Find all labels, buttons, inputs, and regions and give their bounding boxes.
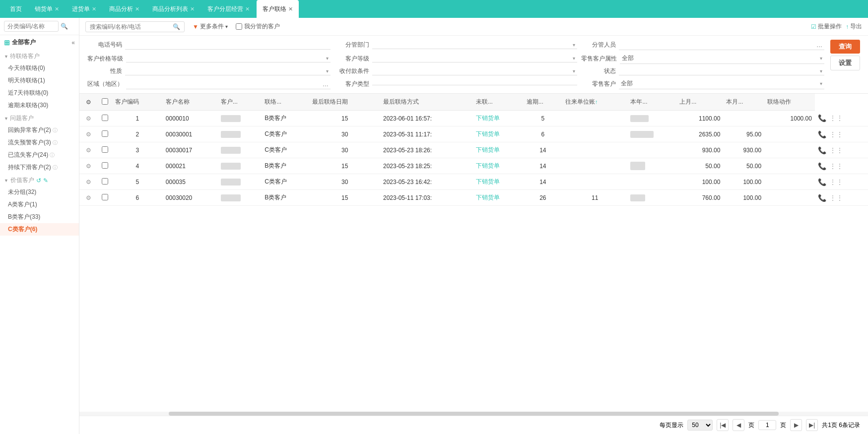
export-button[interactable]: ↑ 导出: [846, 22, 862, 31]
sidebar-item-today-contact[interactable]: 今天待联络(0): [0, 62, 79, 74]
more-actions-icon[interactable]: ⋮⋮: [829, 146, 843, 154]
close-icon[interactable]: ✕: [190, 6, 195, 12]
more-icon[interactable]: ...: [816, 41, 822, 49]
batch-operations-button[interactable]: ☑ 批量操作: [811, 22, 842, 31]
row-last-contact-method[interactable]: 下销货单: [473, 190, 524, 206]
customer-type-select[interactable]: [372, 83, 578, 85]
sidebar-item-b-class[interactable]: B类客户(33): [0, 211, 79, 223]
select-all-checkbox[interactable]: [102, 98, 108, 105]
row-check[interactable]: [97, 174, 112, 190]
payment-select[interactable]: ▾: [372, 67, 578, 75]
region-select[interactable]: ...: [126, 79, 331, 89]
filter-more-button[interactable]: ▼ 更多条件 ▾: [189, 21, 232, 32]
row-check[interactable]: [97, 158, 112, 174]
sidebar-item-7days-contact[interactable]: 近7天待联络(0): [0, 87, 79, 99]
my-customers-checkbox[interactable]: 我分管的客户: [236, 22, 280, 31]
row-last-contact-method[interactable]: 下销货单: [473, 158, 524, 174]
refresh-icon[interactable]: ↺: [36, 177, 41, 184]
retail-customer-select[interactable]: 全部 ▾: [619, 78, 824, 89]
row-check[interactable]: [97, 111, 112, 126]
search-icon[interactable]: 🔍: [61, 23, 68, 30]
per-page-select[interactable]: 50 100: [687, 420, 713, 431]
row-checkbox[interactable]: [102, 194, 108, 200]
row-checkbox[interactable]: [102, 146, 108, 153]
sidebar-item-unclassified[interactable]: 未分组(32): [0, 186, 79, 198]
col-header-gear[interactable]: ⚙: [79, 94, 97, 111]
col-header-check[interactable]: [97, 94, 112, 111]
nav-home[interactable]: 首页: [4, 0, 28, 18]
call-icon[interactable]: 📞: [818, 162, 826, 170]
row-gear[interactable]: ⚙: [79, 158, 97, 174]
sidebar-item-churned[interactable]: 已流失客户(24) ⓘ: [0, 149, 79, 161]
row-gear[interactable]: ⚙: [79, 174, 97, 190]
horizontal-scrollbar[interactable]: [79, 412, 868, 416]
phone-input[interactable]: [125, 40, 331, 50]
more-icon[interactable]: ...: [323, 80, 329, 88]
close-icon[interactable]: ✕: [135, 6, 139, 12]
row-checkbox[interactable]: [102, 162, 108, 169]
my-customers-check-input[interactable]: [236, 23, 242, 30]
sidebar-section-pending[interactable]: 待联络客户: [0, 50, 79, 62]
sidebar-item-repurchase-abnormal[interactable]: 回购异常客户(2) ⓘ: [0, 124, 79, 136]
row-checkbox[interactable]: [102, 130, 108, 137]
row-gear[interactable]: ⚙: [79, 190, 97, 206]
row-gear[interactable]: ⚙: [79, 142, 97, 158]
sidebar-item-c-class[interactable]: C类客户(6): [0, 223, 79, 236]
dept-select[interactable]: ▾: [372, 41, 578, 49]
collapse-icon[interactable]: «: [71, 39, 75, 46]
sidebar-all-customers[interactable]: ⊞ 全部客户 «: [0, 35, 79, 50]
more-actions-icon[interactable]: ⋮⋮: [829, 162, 843, 170]
more-actions-icon[interactable]: ⋮⋮: [829, 130, 843, 138]
last-page-button[interactable]: ▶|: [806, 419, 818, 431]
sidebar-item-churn-warning[interactable]: 流失预警客户(3) ⓘ: [0, 136, 79, 149]
nav-customer-segment[interactable]: 客户分层经营 ✕: [201, 0, 256, 18]
close-icon[interactable]: ✕: [92, 6, 96, 12]
nav-product-analysis[interactable]: 商品分析 ✕: [103, 0, 145, 18]
sidebar-item-a-class[interactable]: A类客户(1): [0, 198, 79, 211]
sidebar-item-tomorrow-contact[interactable]: 明天待联络(1): [0, 74, 79, 87]
manager-select[interactable]: ...: [619, 40, 824, 50]
search-icon[interactable]: 🔍: [173, 23, 180, 30]
row-check[interactable]: [97, 126, 112, 142]
sidebar-search-input[interactable]: [4, 21, 59, 32]
row-last-contact-method[interactable]: 下销货单: [473, 111, 524, 126]
sidebar-item-declining[interactable]: 持续下滑客户(2) ⓘ: [0, 161, 79, 174]
first-page-button[interactable]: |◀: [717, 419, 729, 431]
more-actions-icon[interactable]: ⋮⋮: [829, 194, 843, 202]
nav-product-analysis-list[interactable]: 商品分析列表 ✕: [146, 0, 200, 18]
prev-page-button[interactable]: ◀: [733, 419, 744, 431]
nature-select[interactable]: ▾: [125, 67, 331, 75]
row-last-contact-method[interactable]: 下销货单: [473, 126, 524, 142]
scrollbar-thumb[interactable]: [169, 412, 779, 416]
row-gear[interactable]: ⚙: [79, 126, 97, 142]
nav-purchase-order[interactable]: 进货单 ✕: [66, 0, 102, 18]
call-icon[interactable]: 📞: [818, 146, 826, 154]
settings-button[interactable]: 设置: [830, 56, 860, 70]
sidebar-section-problem[interactable]: 问题客户: [0, 112, 79, 124]
more-actions-icon[interactable]: ⋮⋮: [829, 178, 843, 186]
customer-level-select[interactable]: ▾: [372, 55, 578, 62]
query-button[interactable]: 查询: [830, 40, 860, 54]
row-last-contact-method[interactable]: 下销货单: [473, 174, 524, 190]
call-icon[interactable]: 📞: [818, 178, 826, 186]
retail-attr-select[interactable]: 全部 ▾: [620, 53, 824, 64]
status-select[interactable]: ▾: [619, 67, 824, 75]
call-icon[interactable]: 📞: [818, 130, 826, 138]
row-gear[interactable]: ⚙: [79, 111, 97, 126]
row-last-contact-method[interactable]: 下销货单: [473, 142, 524, 158]
close-icon[interactable]: ✕: [55, 6, 59, 12]
nav-customer-contact[interactable]: 客户联络 ✕: [257, 0, 299, 18]
close-icon[interactable]: ✕: [245, 6, 250, 12]
row-check[interactable]: [97, 190, 112, 206]
page-number-input[interactable]: [758, 420, 776, 430]
search-input[interactable]: [90, 23, 173, 30]
close-icon[interactable]: ✕: [288, 6, 293, 12]
sidebar-item-overdue-contact[interactable]: 逾期未联络(30): [0, 99, 79, 112]
nav-sales-order[interactable]: 销货单 ✕: [29, 0, 65, 18]
row-checkbox[interactable]: [102, 115, 108, 121]
sidebar-section-value[interactable]: 价值客户 ↺ ✎: [0, 174, 79, 186]
row-checkbox[interactable]: [102, 178, 108, 185]
price-level-select[interactable]: ▾: [126, 55, 331, 62]
call-icon[interactable]: 📞: [818, 114, 826, 122]
row-check[interactable]: [97, 142, 112, 158]
